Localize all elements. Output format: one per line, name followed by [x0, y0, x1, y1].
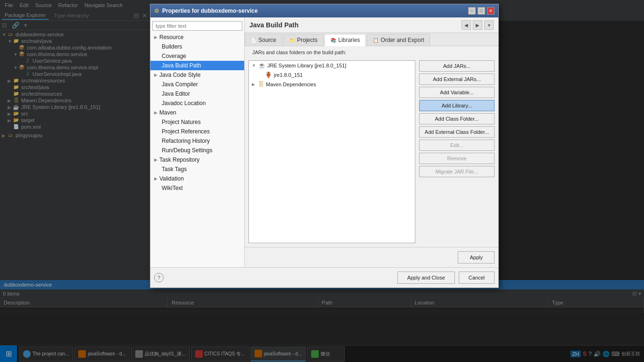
filter-input[interactable]: [152, 21, 242, 31]
add-library-btn[interactable]: Add Library...: [419, 100, 495, 111]
tab-projects[interactable]: 📁 Projects: [283, 34, 323, 46]
dialog-content: Java Build Path ◀ ▶ ▾ 📄 Source 📁 Project…: [245, 17, 498, 267]
dialog-close[interactable]: ✕: [487, 7, 495, 15]
source-tab-icon: 📄: [251, 38, 256, 43]
jar-list: ▼ ☕ JRE System Library [jre1.8.0_151] 🏺 …: [248, 60, 415, 243]
add-external-class-folder-btn[interactable]: Add External Class Folder...: [419, 126, 495, 138]
dtree-refactoring[interactable]: Refactoring History: [150, 136, 244, 146]
libraries-tab-icon: 📚: [330, 38, 336, 43]
dtree-validation[interactable]: ▶ Validation: [150, 174, 244, 183]
order-tab-icon: 📋: [373, 38, 379, 43]
nav-arrows: ◀ ▶ ▾: [462, 20, 494, 30]
jar-arrow-jre: ▼: [252, 63, 256, 68]
add-variable-btn[interactable]: Add Variable...: [419, 87, 495, 98]
dialog-body: ▶ Resource Builders Coverage Java Build …: [150, 17, 498, 267]
add-external-jars-btn[interactable]: Add External JARs...: [419, 74, 495, 85]
properties-dialog: ⚙ Properties for dubboxdemo-service − □ …: [150, 4, 499, 288]
filter-box: [152, 21, 242, 31]
dialog-title-text: Properties for dubboxdemo-service: [162, 8, 465, 14]
migrate-jar-btn[interactable]: Migrate JAR File...: [419, 166, 495, 177]
tab-source[interactable]: 📄 Source: [245, 34, 282, 46]
dialog-footer: ? Apply and Close Cancel: [150, 267, 498, 288]
jar-library-icon: ☕: [258, 62, 265, 69]
dtree-javadoc[interactable]: Javadoc Location: [150, 99, 244, 108]
dtree-arrow-maven: ▶: [154, 110, 157, 115]
path-desc: JARs and class folders on the build path…: [248, 48, 350, 57]
dialog-title-icon: ⚙: [154, 8, 159, 14]
dialog-titlebar: ⚙ Properties for dubboxdemo-service − □ …: [150, 4, 498, 17]
dtree-java-editor[interactable]: Java Editor: [150, 89, 244, 99]
dtree-arrow-resource: ▶: [154, 35, 157, 40]
tab-libraries[interactable]: 📚 Libraries: [324, 34, 366, 46]
dialog-maximize[interactable]: □: [478, 7, 485, 15]
dtree-project-references[interactable]: Project References: [150, 127, 244, 136]
dialog-minimize[interactable]: −: [468, 7, 476, 15]
nav-forward[interactable]: ▶: [473, 20, 482, 30]
dtree-wikitext[interactable]: WikiText: [150, 183, 244, 193]
content-title: Java Build Path: [249, 21, 458, 29]
dtree-arrow-codestyle: ▶: [154, 73, 157, 77]
apply-close-btn[interactable]: Apply and Close: [397, 272, 455, 284]
projects-tab-icon: 📁: [289, 38, 295, 43]
dtree-task-tags[interactable]: Task Tags: [150, 165, 244, 174]
nav-back[interactable]: ◀: [462, 20, 471, 30]
add-jars-btn[interactable]: Add JARs...: [419, 60, 495, 72]
content-body: ▼ ☕ JRE System Library [jre1.8.0_151] 🏺 …: [245, 57, 498, 247]
dtree-arrow-validation: ▶: [154, 176, 157, 181]
dialog-controls: − □ ✕: [468, 7, 495, 15]
dtree-arrow-taskrepo: ▶: [154, 157, 157, 162]
apply-area: Apply: [245, 247, 498, 267]
dtree-java-compiler[interactable]: Java Compiler: [150, 80, 244, 89]
tabs-row: 📄 Source 📁 Projects 📚 Libraries 📋 Order …: [245, 33, 498, 46]
cancel-btn[interactable]: Cancel: [459, 272, 495, 284]
jar-arrow-maven: ▶: [252, 82, 256, 87]
dialog-tree: ▶ Resource Builders Coverage Java Build …: [150, 17, 245, 267]
edit-btn[interactable]: Edit...: [419, 140, 495, 151]
dtree-maven[interactable]: ▶ Maven: [150, 108, 244, 117]
btn-panel: Add JARs... Add External JARs... Add Var…: [419, 60, 495, 243]
path-desc-container: JARs and class folders on the build path…: [245, 46, 498, 57]
maven-library-icon: 🗄: [258, 81, 264, 88]
jar-item-jre-system[interactable]: ▼ ☕ JRE System Library [jre1.8.0_151]: [249, 61, 415, 70]
dtree-run-debug[interactable]: Run/Debug Settings: [150, 146, 244, 155]
tab-order-export[interactable]: 📋 Order and Export: [367, 34, 430, 46]
dtree-resource[interactable]: ▶ Resource: [150, 33, 244, 42]
dtree-coverage[interactable]: Coverage: [150, 51, 244, 61]
jar-sub-icon: 🏺: [265, 72, 272, 78]
dtree-java-build-path[interactable]: Java Build Path: [150, 61, 244, 70]
jar-item-maven[interactable]: ▶ 🗄 Maven Dependencies: [249, 80, 415, 89]
add-class-folder-btn[interactable]: Add Class Folder...: [419, 113, 495, 124]
nav-dropdown[interactable]: ▾: [484, 20, 494, 30]
dtree-builders[interactable]: Builders: [150, 42, 244, 51]
apply-btn[interactable]: Apply: [458, 251, 495, 263]
dtree-task-repository[interactable]: ▶ Task Repository: [150, 155, 244, 165]
dtree-project-natures[interactable]: Project Natures: [150, 117, 244, 127]
dtree-java-code-style[interactable]: ▶ Java Code Style: [150, 70, 244, 80]
content-header: Java Build Path ◀ ▶ ▾: [245, 17, 498, 33]
jar-item-jre-sub[interactable]: 🏺 jre1.8.0_151: [249, 70, 415, 80]
remove-btn[interactable]: Remove: [419, 153, 495, 164]
help-button[interactable]: ?: [154, 273, 164, 282]
